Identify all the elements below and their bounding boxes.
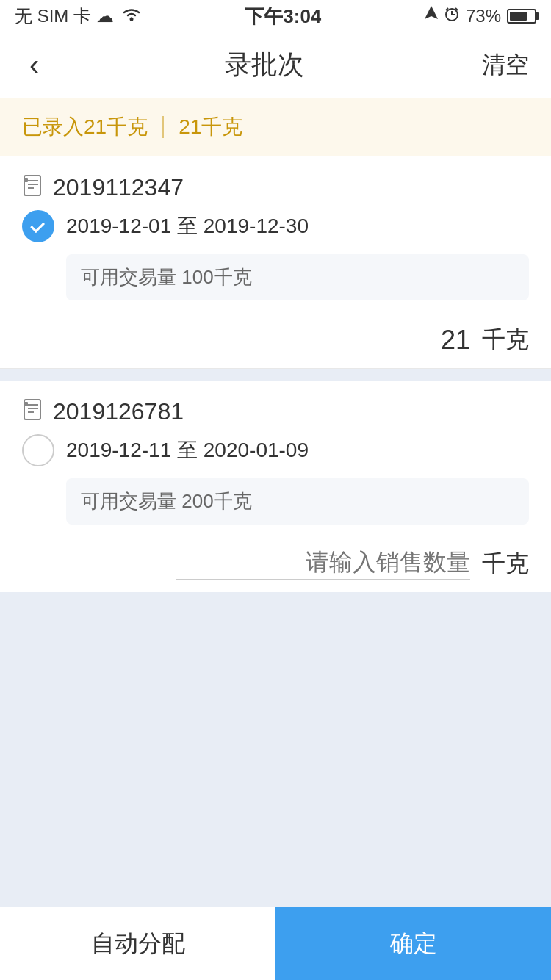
- battery-icon: [507, 9, 536, 24]
- batch-available-1: 可用交易量 100千克: [66, 254, 529, 300]
- batch-id-1: 2019112347: [53, 174, 184, 201]
- batch-date-1: 2019-12-01 至 2019-12-30: [66, 212, 309, 240]
- clear-button[interactable]: 清空: [482, 49, 529, 82]
- status-bar: 无 SIM 卡 ☁ 下午3:04 73%: [0, 0, 551, 32]
- batch-header-2: 2019126781: [22, 398, 529, 425]
- batch-radio-2[interactable]: [22, 434, 54, 466]
- nav-bar: ‹ 录批次 清空: [0, 32, 551, 98]
- location-icon: [425, 6, 438, 26]
- empty-background-area: [0, 592, 551, 908]
- batch-available-text-2: 可用交易量 200千克: [81, 490, 252, 512]
- batch-2-bottom-pad: [0, 580, 551, 592]
- batch-item-1: 2019112347 2019-12-01 至 2019-12-30 可用交易量…: [0, 156, 551, 300]
- batch-date-2: 2019-12-11 至 2020-01-09: [66, 436, 309, 464]
- batch-qty-value-1: 21: [441, 325, 470, 356]
- batch-qty-row-1: 21 千克: [0, 312, 551, 369]
- status-right: 73%: [425, 6, 536, 26]
- batch-card-2: 2019126781 2019-12-11 至 2020-01-09 可用交易量…: [0, 381, 551, 592]
- svg-marker-1: [425, 6, 438, 19]
- batch-qty-unit-2: 千克: [482, 548, 529, 580]
- page-title: 录批次: [225, 47, 304, 83]
- batch-item-2: 2019126781 2019-12-11 至 2020-01-09 可用交易量…: [0, 381, 551, 525]
- batch-available-2: 可用交易量 200千克: [66, 478, 529, 525]
- auto-distribute-button[interactable]: 自动分配: [0, 907, 276, 980]
- batch-id-2: 2019126781: [53, 398, 184, 425]
- bottom-bar: 自动分配 确定: [0, 907, 551, 980]
- batch-available-text-1: 可用交易量 100千克: [81, 266, 252, 288]
- section-divider: [0, 369, 551, 381]
- sim-text: 无 SIM 卡 ☁: [15, 4, 114, 28]
- status-time: 下午3:04: [245, 4, 321, 29]
- info-banner-divider: [162, 116, 164, 138]
- batch-doc-icon-1: [22, 174, 44, 201]
- batch-doc-icon-2: [22, 398, 44, 425]
- batch-date-row-1: 2019-12-01 至 2019-12-30: [22, 210, 529, 242]
- batch-card-1: 2019112347 2019-12-01 至 2019-12-30 可用交易量…: [0, 156, 551, 369]
- info-banner: 已录入21千克 21千克: [0, 98, 551, 156]
- batch-qty-unit-1: 千克: [482, 324, 529, 356]
- batch-radio-1[interactable]: [22, 210, 54, 242]
- batch-date-row-2: 2019-12-11 至 2020-01-09: [22, 434, 529, 466]
- svg-point-0: [129, 18, 133, 21]
- back-button[interactable]: ‹: [22, 41, 46, 89]
- info-banner-value: 21千克: [179, 113, 242, 141]
- status-left: 无 SIM 卡 ☁: [15, 4, 142, 28]
- info-banner-label: 已录入21千克: [22, 113, 148, 141]
- confirm-button[interactable]: 确定: [276, 907, 551, 980]
- alarm-icon: [444, 6, 460, 26]
- svg-rect-16: [24, 402, 28, 406]
- battery-percent: 73%: [466, 6, 501, 26]
- wifi-icon: [121, 6, 142, 26]
- batch-qty-input-2[interactable]: [176, 549, 470, 580]
- svg-rect-11: [24, 178, 28, 182]
- batch-header-1: 2019112347: [22, 174, 529, 201]
- batch-qty-input-row-2: 千克: [0, 536, 551, 580]
